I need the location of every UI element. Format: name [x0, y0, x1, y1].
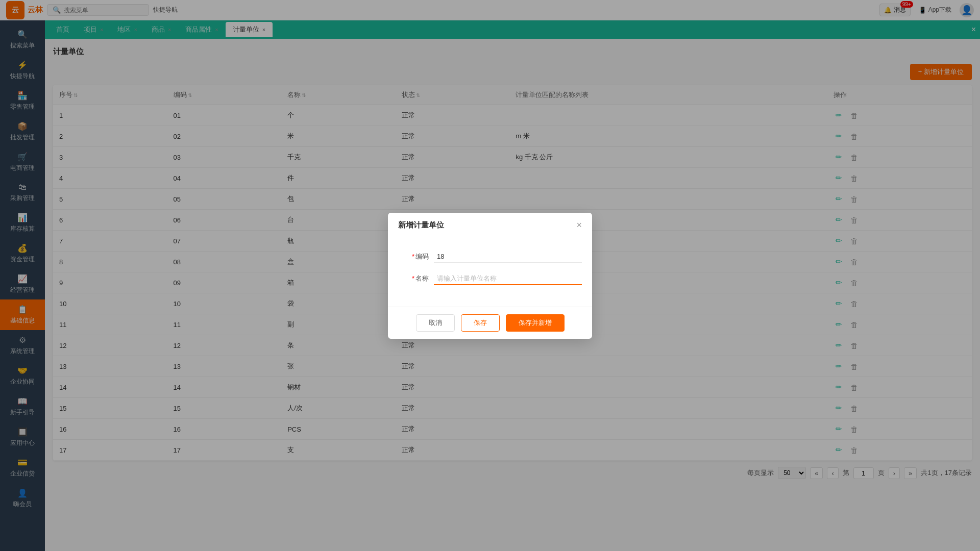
- modal-overlay: 新增计量单位 × *编码 *名称 取消 保存 保存并新增: [0, 0, 980, 551]
- code-required-mark: *: [412, 253, 414, 260]
- add-unit-modal: 新增计量单位 × *编码 *名称 取消 保存 保存并新增: [388, 213, 592, 339]
- name-label: *名称: [398, 274, 429, 283]
- modal-title: 新增计量单位: [398, 220, 444, 230]
- modal-close-button[interactable]: ×: [576, 220, 582, 231]
- modal-footer: 取消 保存 保存并新增: [388, 307, 592, 339]
- save-button[interactable]: 保存: [461, 314, 500, 332]
- name-input[interactable]: [434, 272, 582, 285]
- code-form-row: *编码: [398, 251, 582, 263]
- save-add-button[interactable]: 保存并新增: [506, 314, 565, 332]
- modal-header: 新增计量单位 ×: [388, 213, 592, 238]
- code-input[interactable]: [434, 251, 582, 263]
- modal-body: *编码 *名称: [388, 238, 592, 307]
- cancel-button[interactable]: 取消: [416, 314, 455, 332]
- name-form-row: *名称: [398, 272, 582, 285]
- code-label: *编码: [398, 252, 429, 261]
- name-required-mark: *: [412, 274, 414, 282]
